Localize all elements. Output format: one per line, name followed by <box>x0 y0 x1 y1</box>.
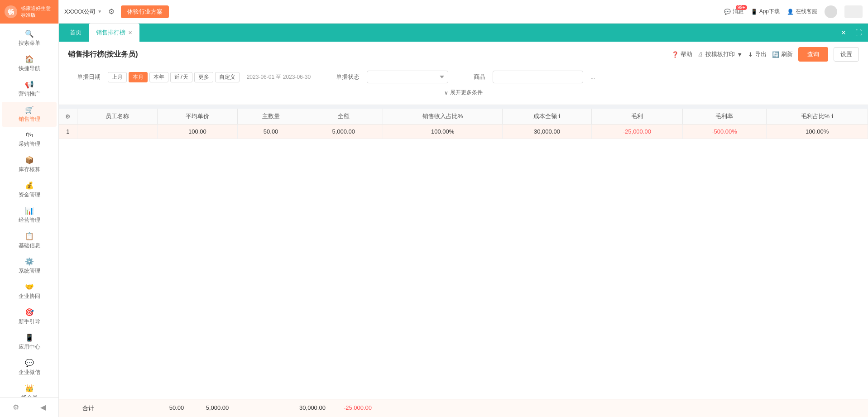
newbie-label: 新手引导 <box>19 318 40 326</box>
app-download-icon: 📱 <box>751 9 758 15</box>
th-cost: 成本全额 ℹ <box>502 109 591 125</box>
th-gross-rate: 毛利率 <box>682 109 767 125</box>
marketing-icon: 📢 <box>25 80 34 89</box>
message-badge: 99+ <box>736 5 747 10</box>
tab-expand-icon[interactable]: ⛶ <box>853 28 864 37</box>
sidebar-bottom: ⚙ ◀ <box>0 397 58 417</box>
footer-empty <box>59 404 77 412</box>
date-btn-this-month[interactable]: 本月 <box>129 72 148 82</box>
print-icon: 🖨 <box>698 51 704 58</box>
page-header: 销售排行榜(按业务员) ❓ 帮助 🖨 按模板打印 ▼ ⬇ 导出 <box>59 42 868 105</box>
footer-amount: 5,000.00 <box>195 404 240 412</box>
th-amount: 全额 <box>304 109 383 125</box>
status-filter-select[interactable] <box>367 71 448 83</box>
export-label: 导出 <box>755 50 767 58</box>
basic-label: 基础信息 <box>19 242 40 249</box>
appCenter-icon: 📱 <box>25 333 34 342</box>
export-icon: ⬇ <box>748 51 753 58</box>
wechat-icon: 💬 <box>25 359 34 367</box>
table-row: 1100.0050.005,000.00100.00%30,000.00-25,… <box>59 125 868 139</box>
date-btn-last-month[interactable]: 上月 <box>108 72 127 82</box>
page-title: 销售排行榜(按业务员) <box>68 50 138 59</box>
sidebar-item-sales[interactable]: 🛒销售管理 <box>2 102 57 127</box>
settings-button[interactable]: 设置 <box>834 47 859 62</box>
data-table: ⚙ 员工名称 平均单价 主数量 全额 销售收入占比% 成本全额 ℹ 毛利 毛利率… <box>59 109 868 139</box>
vip-icon: 👑 <box>25 384 34 393</box>
sidebar-item-inventory[interactable]: 📦库存核算 <box>2 152 57 177</box>
content-area: 销售排行榜(按业务员) ❓ 帮助 🖨 按模板打印 ▼ ⬇ 导出 <box>59 42 868 417</box>
filter-area: 单据日期 上月 本月 本年 近7天 更多 自定义 2023-06-01 至 20… <box>68 66 859 105</box>
app-download-action[interactable]: 📱 App下载 <box>751 8 780 15</box>
sidebar-logo: 畅 畅康通好生意 标准版 <box>0 0 58 24</box>
sidebar-item-appCenter[interactable]: 📱应用中心 <box>2 330 57 355</box>
print-button[interactable]: 🖨 按模板打印 ▼ <box>698 50 743 58</box>
footer-gross: -25,000.00 <box>335 404 380 412</box>
sidebar-item-search[interactable]: 🔍搜索菜单 <box>2 26 57 51</box>
th-sales-pct: 销售收入占比% <box>383 109 503 125</box>
th-gross: 毛利 <box>592 109 683 125</box>
sidebar-item-vip[interactable]: 👑畅会员 <box>2 380 57 397</box>
basic-icon: 📋 <box>25 232 34 240</box>
date-btn-more[interactable]: 更多 <box>194 72 213 82</box>
wechat-label: 企业微信 <box>19 369 40 376</box>
help-label: 帮助 <box>681 50 692 58</box>
sidebar-item-wechat[interactable]: 💬企业微信 <box>2 355 57 380</box>
sidebar-nav: 🔍搜索菜单🏠快捷导航📢营销推广🛒销售管理🛍采购管理📦库存核算💰资金管理📊经营管理… <box>0 24 58 397</box>
footer-gross-pct <box>417 404 453 412</box>
sidebar-item-finance[interactable]: 💰资金管理 <box>2 177 57 202</box>
tab-home[interactable]: 首页 <box>62 24 89 42</box>
inventory-label: 库存核算 <box>19 166 40 173</box>
company-selector[interactable]: XXXXX公司 ▼ <box>64 8 102 16</box>
refresh-button[interactable]: 🔄 刷新 <box>772 50 793 58</box>
sidebar-item-basic[interactable]: 📋基础信息 <box>2 228 57 253</box>
coop-label: 企业协同 <box>19 292 40 300</box>
sidebar-item-purchase[interactable]: 🛍采购管理 <box>2 127 57 152</box>
date-btn-custom[interactable]: 自定义 <box>215 72 240 82</box>
help-button[interactable]: ❓ 帮助 <box>671 50 692 58</box>
tab-close-window-icon[interactable]: ✕ <box>838 28 849 37</box>
goods-more-icon[interactable]: ... <box>590 74 595 80</box>
expand-more-label: 展开更多条件 <box>450 89 483 96</box>
search-label: 搜索菜单 <box>19 39 40 47</box>
user-name-area[interactable] <box>844 5 863 18</box>
th-settings[interactable]: ⚙ <box>59 109 77 125</box>
tab-close-icon[interactable]: ✕ <box>128 30 132 36</box>
sidebar-item-system[interactable]: ⚙️系统管理 <box>2 254 57 278</box>
online-service-icon: 👤 <box>787 9 794 15</box>
date-btn-this-year[interactable]: 本年 <box>149 72 168 82</box>
sidebar-item-operation[interactable]: 📊经营管理 <box>2 203 57 228</box>
message-action[interactable]: 💬 消息 99+ <box>724 8 743 15</box>
sidebar-item-coop[interactable]: 🤝企业协同 <box>2 279 57 304</box>
collapse-icon[interactable]: ◀ <box>38 401 48 413</box>
refresh-label: 刷新 <box>781 50 793 58</box>
footer-gross-rate <box>380 404 417 412</box>
export-button[interactable]: ⬇ 导出 <box>748 50 767 58</box>
table-header-row: ⚙ 员工名称 平均单价 主数量 全额 销售收入占比% 成本全额 ℹ 毛利 毛利率… <box>59 109 868 125</box>
settings-bottom-icon[interactable]: ⚙ <box>11 401 21 413</box>
company-name: XXXXX公司 <box>64 8 96 16</box>
expand-more-button[interactable]: ∨ 展开更多条件 <box>77 87 850 100</box>
trial-button[interactable]: 体验行业方案 <box>121 5 169 18</box>
date-range-text: 2023-06-01 至 2023-06-30 <box>247 73 311 81</box>
online-service-action[interactable]: 👤 在线客服 <box>787 8 817 15</box>
sidebar-item-shortcut[interactable]: 🏠快捷导航 <box>2 51 57 76</box>
inventory-icon: 📦 <box>25 156 34 164</box>
main-area: XXXXX公司 ▼ ⚙ 体验行业方案 💬 消息 99+ 📱 App下载 👤 在线… <box>59 0 868 417</box>
table-container: ⚙ 员工名称 平均单价 主数量 全额 销售收入占比% 成本全额 ℹ 毛利 毛利率… <box>59 109 868 417</box>
marketing-label: 营销推广 <box>19 90 40 98</box>
date-btn-7days[interactable]: 近7天 <box>170 72 192 82</box>
page-actions: ❓ 帮助 🖨 按模板打印 ▼ ⬇ 导出 🔄 刷新 <box>671 47 859 62</box>
tab-sales-ranking[interactable]: 销售排行榜 ✕ <box>89 24 139 42</box>
goods-filter-input[interactable] <box>493 71 583 83</box>
user-avatar[interactable] <box>825 5 837 18</box>
tab-sales-ranking-label: 销售排行榜 <box>96 29 125 37</box>
topbar-gear-icon[interactable]: ⚙ <box>106 5 116 18</box>
system-label: 系统管理 <box>19 267 40 275</box>
operation-label: 经营管理 <box>19 216 40 224</box>
sidebar-item-marketing[interactable]: 📢营销推广 <box>2 77 57 101</box>
logo-text: 畅康通好生意 标准版 <box>21 5 51 19</box>
th-name: 员工名称 <box>77 109 157 125</box>
message-icon: 💬 <box>724 9 731 15</box>
sidebar-item-newbie[interactable]: 🎯新手引导 <box>2 304 57 329</box>
query-button[interactable]: 查询 <box>798 47 828 62</box>
